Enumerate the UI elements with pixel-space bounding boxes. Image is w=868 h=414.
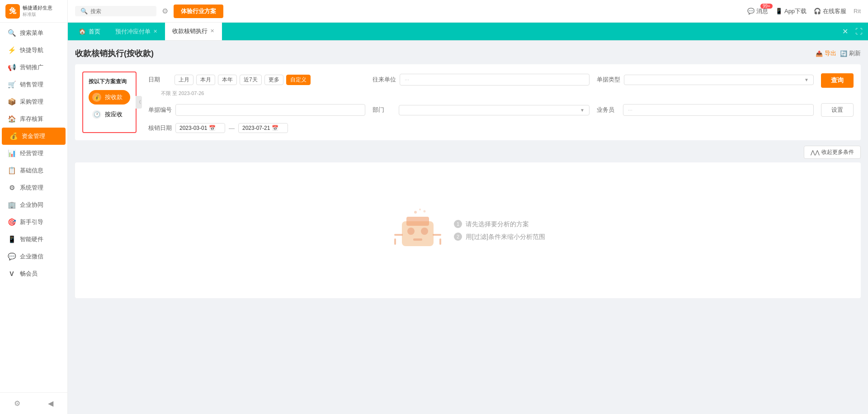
filter-selector-title: 按以下方案查询 [89,78,130,86]
app-download-button[interactable]: 📱 App下载 [775,7,807,15]
main-area: 🔍 ⚙ 体验行业方案 💬 消息 99+ 📱 App下载 🎧 在线客服 Rit [68,0,868,414]
date-more-btn[interactable]: 更多 [264,75,283,85]
writeoff-end-value: 2023-07-21 [242,125,270,131]
setting-button[interactable]: 设置 [821,103,854,117]
chevron-up-icon: ⋀⋀ [811,149,820,156]
svg-rect-1 [406,217,429,226]
chevron-down-icon: ▼ [580,108,585,113]
doc-no-input[interactable] [175,104,365,116]
tab-home[interactable]: 🏠 首页 [71,23,108,40]
receivable-icon: 🕐 [92,110,101,119]
step-1-text: 请先选择要分析的方案 [466,218,529,230]
sidebar-item-label: 系统管理 [20,184,43,192]
sidebar-item-hardware[interactable]: 📱 智能硬件 [0,231,67,248]
topbar-gear-icon[interactable]: ⚙ [162,7,168,15]
writeoff-date-end-input[interactable]: 2023-07-21 📅 [238,123,288,133]
megaphone-icon: 📢 [7,63,16,71]
calendar-icon[interactable]: 📅 [209,125,216,131]
filter-row-2: 单据编号 部门 ▼ 业务员 ··· [148,103,854,117]
export-button[interactable]: 📤 导出 [816,49,836,57]
date-this-year-btn[interactable]: 本年 [218,75,237,85]
sidebar-item-label: 企业协同 [20,201,43,209]
dept-label: 部门 [373,106,395,114]
chart-icon: 📊 [7,149,16,157]
tab-close-all-btn[interactable]: ✕ [840,25,850,38]
tab-label: 收款核销执行 [172,27,208,35]
filter-collapse-btn[interactable]: 《 [136,96,142,109]
svg-point-3 [421,228,428,235]
sidebar-item-marketing[interactable]: 📢 营销推广 [0,59,67,76]
date-field: 日期 上月 本月 本年 近7天 更多 自定义 [148,75,365,85]
chat-icon: 💬 [7,252,16,261]
sidebar-item-member[interactable]: V 畅会员 [0,265,67,282]
filter-panel: 按以下方案查询 💰 按收款 🕐 按应收 《 日期 [75,64,861,140]
filter-option-by-receipt[interactable]: 💰 按收款 [89,90,130,105]
refresh-icon: 🔄 [840,50,847,57]
filter-row-1: 日期 上月 本月 本年 近7天 更多 自定义 往来单位 · [148,71,854,88]
sidebar-settings-btn[interactable]: ⚙ [10,397,24,409]
search-icon: 🔍 [7,29,16,37]
sidebar-item-search[interactable]: 🔍 搜索菜单 [0,24,67,42]
date-this-month-btn[interactable]: 本月 [196,75,215,85]
collapse-more-btn[interactable]: ⋀⋀ 收起更多条件 [804,146,861,159]
tab-close-receipt[interactable]: ✕ [210,28,214,34]
sidebar-item-label: 新手引导 [20,218,43,226]
collapse-more-label: 收起更多条件 [821,148,854,156]
money-icon: 💰 [9,132,18,140]
writeoff-date-start-input[interactable]: 2023-03-01 📅 [175,123,225,133]
search-input[interactable] [90,8,145,14]
sidebar-item-inventory[interactable]: 🏠 库存核算 [0,110,67,128]
user-label: Rit [854,8,861,14]
sidebar-item-label: 营销推广 [20,63,43,71]
sidebar-item-purchase[interactable]: 📦 采购管理 [0,93,67,110]
page-header: 收款核销执行(按收款) 📤 导出 🔄 刷新 [75,48,861,59]
step-2-text: 用[过滤]条件来缩小分析范围 [466,230,545,243]
doc-type-select[interactable]: ▼ [624,75,814,85]
svg-point-10 [419,209,421,210]
phone-icon: 📱 [775,8,783,14]
date-label: 日期 [148,76,171,84]
service-label: 在线客服 [823,7,846,15]
sidebar-item-finance[interactable]: 💰 资金管理 [2,128,66,145]
svg-point-11 [424,210,426,213]
messages-button[interactable]: 💬 消息 99+ [747,7,768,15]
date-7days-btn[interactable]: 近7天 [240,75,262,85]
query-button[interactable]: 查询 [821,73,854,88]
page-title: 收款核销执行(按收款) [75,48,154,59]
search-icon: 🔍 [80,8,88,14]
sidebar-item-wechat[interactable]: 💬 企业微信 [0,248,67,265]
user-menu[interactable]: Rit [854,8,861,14]
sidebar-item-system[interactable]: ⚙ 系统管理 [0,179,67,196]
solution-button[interactable]: 体验行业方案 [174,5,223,18]
tabs-bar: 🏠 首页 预付冲应付单 ✕ 收款核销执行 ✕ ✕ ⛶ [68,23,868,41]
counterparty-input[interactable]: ··· [400,74,590,86]
tab-receipt-writeoff[interactable]: 收款核销执行 ✕ [165,23,222,40]
sidebar-item-sales[interactable]: 🛒 销售管理 [0,76,67,93]
sidebar-item-enterprise[interactable]: 🏢 企业协同 [0,196,67,214]
tab-maximize-btn[interactable]: ⛶ [854,25,864,38]
staff-input[interactable]: ··· [623,104,814,116]
topbar-search-box[interactable]: 🔍 [75,6,156,16]
refresh-button[interactable]: 🔄 刷新 [840,49,861,57]
sidebar-item-basic-info[interactable]: 📋 基础信息 [0,162,67,179]
app-edition: 标准版 [23,11,52,18]
tab-prepay[interactable]: 预付冲应付单 ✕ [108,23,165,40]
tab-close-prepay[interactable]: ✕ [153,29,157,34]
staff-field: 业务员 ··· [597,104,814,116]
sidebar-collapse-btn[interactable]: ◀ [44,397,57,409]
dept-select[interactable]: ▼ [399,105,590,115]
sidebar-item-beginner[interactable]: 🎯 新手引导 [0,214,67,231]
sidebar-item-operations[interactable]: 📊 经营管理 [0,145,67,162]
empty-step-2: 2 用[过滤]条件来缩小分析范围 [454,230,545,243]
home-icon: 🏠 [79,28,86,35]
filter-form: 日期 上月 本月 本年 近7天 更多 自定义 往来单位 · [148,71,854,133]
messages-badge: 99+ [760,4,773,9]
message-icon: 💬 [747,8,755,14]
writeoff-date-field: 核销日期 2023-03-01 📅 — 2023-07-21 📅 [148,123,854,133]
filter-option-by-receivable[interactable]: 🕐 按应收 [89,107,130,122]
date-custom-btn[interactable]: 自定义 [286,75,311,85]
sidebar-item-quick-nav[interactable]: ⚡ 快捷导航 [0,42,67,59]
date-last-month-btn[interactable]: 上月 [175,75,193,85]
calendar-icon[interactable]: 📅 [272,125,278,131]
service-button[interactable]: 🎧 在线客服 [814,7,846,15]
